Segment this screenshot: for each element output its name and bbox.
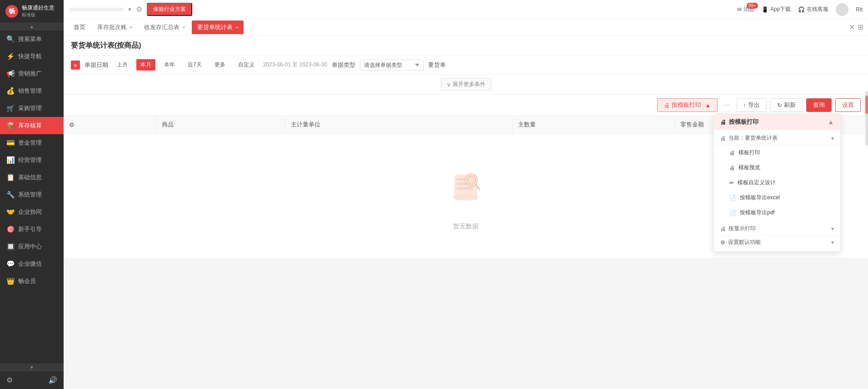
sidebar-item-wechat[interactable]: 💬 企业微信 [0,255,64,273]
action-dots[interactable]: ··· [721,100,733,110]
date-btn-more[interactable]: 更多 [210,59,229,71]
topbar: ▾ ⚙ 体验行业方案 ✉ 消息 99+ 📱 App下载 🎧 在线客服 Rit [64,0,868,19]
print-btn-arrow: ▲ [705,102,711,109]
date-btn-7days[interactable]: 近7天 [184,59,206,71]
help-icon[interactable]: 🔊 [48,376,57,384]
sidebar-scroll-down[interactable]: ▼ [0,364,64,371]
template-print-label: 模板打印 [738,149,760,157]
tab-home-label: 首页 [74,23,85,31]
tab-receipt-summary-label: 收发存汇总表 [144,23,180,31]
sidebar-item-marketing[interactable]: 📢 营销推广 [0,65,64,82]
set-default-expand[interactable]: ▾ [831,239,834,246]
sidebar-item-appstore[interactable]: 🔲 应用中心 [0,238,64,255]
tab-expand-controls: ✕ ⊞ [849,23,863,31]
tab-requisition-stats-label: 要货单统计表 [197,23,233,31]
print-btn-label: 按模板打印 [672,101,701,109]
sidebar-item-finance[interactable]: 💳 资金管理 [0,134,64,152]
sidebar-item-label: 经营管理 [18,156,42,164]
member-icon: 👑 [6,277,15,285]
topbar-dropdown-icon[interactable]: ▾ [128,6,131,13]
settings-btn[interactable]: 设置 [835,98,861,112]
tab-inventory-batch-close[interactable]: × [130,25,132,30]
tab-inventory-batch[interactable]: 库存批次账 × [92,20,138,34]
date-btn-last-month[interactable]: 上月 [113,59,132,71]
template-custom-label: 模板自定义设计 [738,179,776,187]
export-btn[interactable]: ↑ 导出 [737,98,767,112]
export-excel-label: 按模板导出excel [740,194,780,202]
print-menu-item-template-preview[interactable]: 🖨 模板预览 [714,160,840,175]
date-range-display: 2023-06-01 至 2023-06-30 [263,61,327,69]
online-service-btn[interactable]: 🎧 在线客服 [798,5,828,13]
expand-more-label: 展开更多条件 [453,81,485,88]
set-default-icon: ⚙ [720,239,725,246]
sidebar-item-label: 搜索菜单 [18,35,42,43]
set-default-label: ⚙ 设置默认功能 [720,238,761,246]
sidebar-item-operations[interactable]: 📊 经营管理 [0,152,64,169]
sidebar-scroll-up[interactable]: ▲ [0,23,64,30]
print-menu-close-btn[interactable]: ▲ [828,118,834,126]
print-menu-item-export-pdf[interactable]: 📄 按模板导出pdf [714,205,840,220]
sidebar-item-basic[interactable]: 📋 基础信息 [0,169,64,186]
type-filter-select[interactable]: 请选择单据类型 [360,60,424,71]
sidebar-item-label: 企业协同 [18,208,42,216]
sidebar-item-purchase[interactable]: 🛒 采购管理 [0,100,64,117]
filter-expand-btn[interactable]: » [71,61,80,70]
th-settings[interactable]: ⚙ [64,116,156,134]
sidebar-item-shortcuts[interactable]: ⚡ 快捷导航 [0,48,64,65]
message-btn[interactable]: ✉ 消息 99+ [737,5,754,13]
display-print-expand[interactable]: ▾ [831,226,834,232]
sidebar-item-enterprise[interactable]: 🤝 企业协同 [0,203,64,221]
sidebar-item-sales[interactable]: 💰 销售管理 [0,82,64,100]
sidebar-item-search[interactable]: 🔍 搜索菜单 [0,30,64,48]
print-menu: 🖨 按模板打印 ▲ 🖨 当前：要货单统计表 ▾ [713,114,841,252]
sidebar-item-label: 销售管理 [18,87,42,95]
sidebar-item-inventory[interactable]: 📦 库存核算 [0,117,64,134]
action-bar: 🖨 按模板打印 ▲ ··· ↑ 导出 ↻ 刷新 查询 设置 [64,95,868,116]
date-btn-this-month[interactable]: 本月 [136,59,155,71]
sidebar-item-system[interactable]: 🔧 系统管理 [0,186,64,203]
tab-close-all-btn[interactable]: ✕ [849,23,855,31]
print-menu-item-export-excel[interactable]: 📄 按模板导出excel [714,190,840,205]
template-preview-label: 模板预览 [738,164,760,172]
export-pdf-label: 按模板导出pdf [740,209,775,217]
shortcuts-icon: ⚡ [6,52,15,61]
print-menu-item-template-custom[interactable]: ✏ 模板自定义设计 [714,175,840,190]
print-menu-item-template-print[interactable]: 🖨 模板打印 [714,145,840,160]
print-menu-current-label: 🖨 当前：要货单统计表 [720,134,778,142]
tab-home[interactable]: 首页 [68,20,91,34]
right-scrollbar[interactable] [865,91,868,146]
table-settings-icon[interactable]: ⚙ [69,121,75,128]
phone-icon: 📱 [762,6,768,13]
refresh-btn[interactable]: ↻ 刷新 [770,98,803,112]
expand-more-btn[interactable]: ∨ 展开更多条件 [441,78,491,91]
print-btn[interactable]: 🖨 按模板打印 ▲ [657,98,718,112]
purchase-icon: 🛒 [6,104,15,112]
current-template-expand[interactable]: ▾ [831,135,834,141]
app-download-btn[interactable]: 📱 App下载 [762,5,791,13]
refresh-icon: ↻ [777,102,782,109]
topbar-gear-icon[interactable]: ⚙ [136,5,142,14]
tab-maximize-btn[interactable]: ⊞ [858,23,863,31]
page-header: 要货单统计表(按商品) [64,35,868,56]
settings-icon[interactable]: ⚙ [6,376,13,384]
inventory-icon: 📦 [6,121,15,130]
tab-receipt-summary-close[interactable]: × [182,25,185,30]
tab-requisition-stats[interactable]: 要货单统计表 × [192,20,244,34]
tab-receipt-summary[interactable]: 收发存汇总表 × [139,20,190,34]
sidebar-item-label: 资金管理 [18,139,42,147]
sidebar-item-label: 快捷导航 [18,52,42,61]
sidebar-item-label: 基础信息 [18,173,42,182]
sidebar-item-onboarding[interactable]: 🎯 新手引导 [0,221,64,238]
trial-btn[interactable]: 体验行业方案 [147,3,192,16]
query-btn[interactable]: 查询 [806,98,832,112]
date-btn-this-year[interactable]: 本年 [160,59,179,71]
expand-more-icon: ∨ [447,81,451,88]
template-print-icon: 🖨 [729,150,735,156]
sidebar-item-member[interactable]: 👑 畅会员 [0,273,64,290]
print-icon: 🖨 [664,102,670,109]
tab-requisition-stats-close[interactable]: × [235,25,238,30]
wechat-icon: 💬 [6,260,15,268]
message-icon: ✉ [737,6,742,13]
export-pdf-icon: 📄 [729,210,736,216]
date-btn-custom[interactable]: 自定义 [234,59,259,71]
